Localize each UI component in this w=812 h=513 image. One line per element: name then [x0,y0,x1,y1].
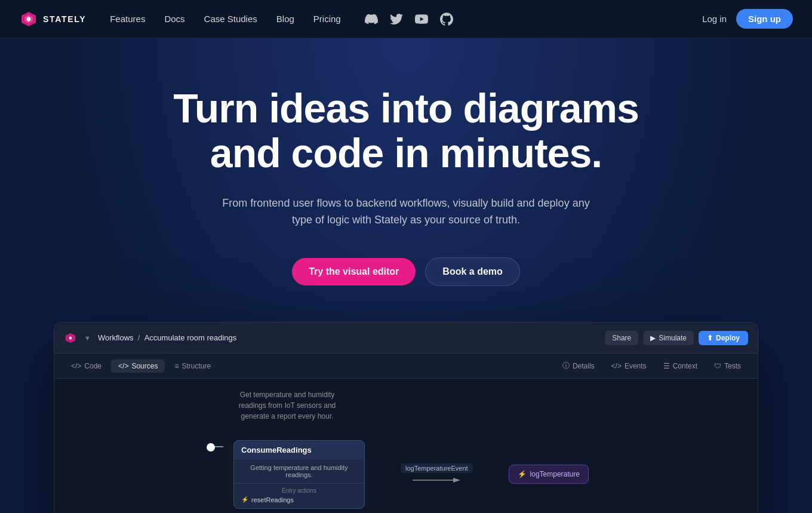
context-icon: ☰ [663,362,670,370]
section-label: Entry actions [241,487,357,494]
state-node-header: ConsumeReadings [234,441,364,459]
play-icon: ▶ [650,334,656,342]
details-icon: ⓘ [562,361,570,371]
twitter-icon[interactable] [390,13,403,26]
app-logo-icon [64,331,77,345]
app-canvas: Get temperature and humidity readings fr… [54,379,758,513]
logo-wordmark: STATELY [43,14,86,24]
tests-icon: 🛡 [714,362,721,370]
structure-icon: ≡ [174,362,179,370]
tab-structure[interactable]: ≡ Structure [167,360,218,373]
app-breadcrumb: Workflows / Accumulate room readings [98,333,236,342]
tab-tests[interactable]: 🛡 Tests [707,360,748,373]
app-preview: ▼ Workflows / Accumulate room readings S… [54,322,758,513]
events-icon: </> [611,362,622,370]
navbar: STATELY Features Docs Case Studies Blog … [0,0,812,38]
deploy-button[interactable]: ⬆ Deploy [699,331,748,345]
tab-details[interactable]: ⓘ Details [555,358,602,373]
canvas-description: Get temperature and humidity readings fr… [227,389,347,422]
app-topbar: ▼ Workflows / Accumulate room readings S… [54,322,758,354]
state-node-action: ⚡ resetReadings [241,496,357,503]
lightning-icon: ⚡ [241,496,248,503]
action-node-icon: ⚡ [518,470,527,478]
nav-social [365,13,453,26]
nav-right: Log in Sign up [702,9,793,29]
logo-link[interactable]: STATELY [19,10,86,29]
hero-section: Turn ideas into diagrams and code in min… [0,38,812,513]
discord-icon[interactable] [365,13,378,26]
svg-marker-1 [453,478,460,483]
app-subtabs: </> Code </> Sources ≡ Structure ⓘ Detai… [54,354,758,379]
tab-context[interactable]: ☰ Context [656,360,705,373]
login-button[interactable]: Log in [702,14,727,24]
state-node-section: Entry actions ⚡ resetReadings [234,484,364,508]
start-arrow [214,446,223,447]
deploy-icon: ⬆ [707,334,713,342]
book-demo-button[interactable]: Book a demo [425,257,519,286]
arrow-line [413,475,460,485]
share-button[interactable]: Share [605,331,638,345]
app-nav-arrow: ▼ [84,334,91,342]
nav-pricing[interactable]: Pricing [313,14,341,24]
tab-events[interactable]: </> Events [604,360,654,373]
simulate-button[interactable]: ▶ Simulate [643,331,694,345]
nav-case-studies[interactable]: Case Studies [204,14,257,24]
nav-features[interactable]: Features [110,14,145,24]
nav-docs[interactable]: Docs [164,14,184,24]
tab-code[interactable]: </> Code [64,360,109,373]
state-node-body: Getting temperature and humidity reading… [234,459,364,484]
action-node-log-temperature[interactable]: ⚡ logTemperature [509,465,589,484]
tab-sources[interactable]: </> Sources [111,360,165,373]
nav-blog[interactable]: Blog [276,14,294,24]
arrow-svg [413,475,460,485]
signup-button[interactable]: Sign up [736,9,793,29]
hero-buttons: Try the visual editor Book a demo [292,257,520,286]
nav-links: Features Docs Case Studies Blog Pricing [110,13,702,26]
state-node-consume-readings[interactable]: ConsumeReadings Getting temperature and … [233,440,365,509]
try-editor-button[interactable]: Try the visual editor [292,258,416,285]
transition-arrow: logTemperatureEvent [401,463,473,485]
hero-subtitle: From frontend user flows to backend work… [215,195,597,229]
github-icon[interactable] [440,13,453,26]
app-topbar-right: Share ▶ Simulate ⬆ Deploy [605,331,748,345]
code-icon: </> [71,362,81,370]
hero-title: Turn ideas into diagrams and code in min… [173,86,639,176]
transition-label: logTemperatureEvent [401,463,473,473]
youtube-icon[interactable] [415,13,428,26]
sources-icon: </> [118,362,128,370]
